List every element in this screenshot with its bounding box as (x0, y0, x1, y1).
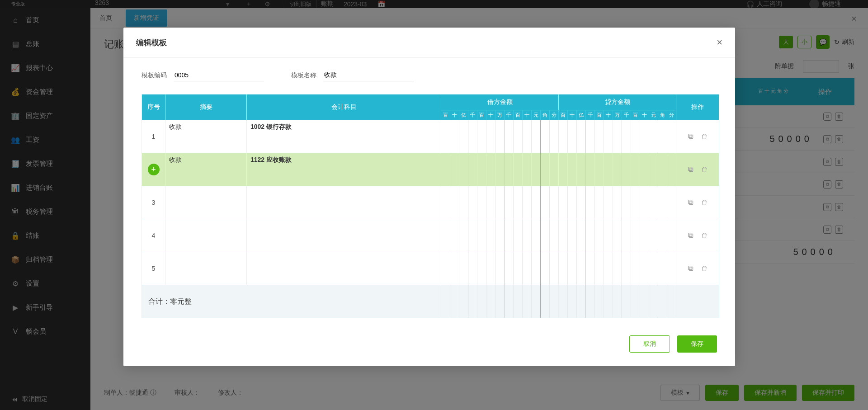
unit-header: 分 (550, 110, 559, 120)
subject-cell[interactable] (247, 219, 441, 252)
unit-header: 分 (667, 110, 676, 120)
amount-cell[interactable] (441, 186, 559, 219)
unit-header: 千 (505, 110, 514, 120)
unit-header: 十 (523, 110, 532, 120)
template-table: 序号 摘要 会计科目 借方金额 贷方金额 操作 百十亿千百十万千百十元角分百十亿… (142, 94, 719, 318)
unit-header: 百 (595, 110, 604, 120)
template-row: 3 (142, 186, 719, 219)
unit-header: 百 (631, 110, 640, 120)
seq-cell: + (142, 153, 165, 186)
unit-header: 十 (486, 110, 495, 120)
th-debit: 借方金额 (441, 94, 559, 110)
modal-header: 编辑模板 × (123, 28, 735, 58)
amount-cell[interactable] (441, 153, 559, 186)
template-row: +收款1122 应收账款 (142, 153, 719, 186)
copy-row-icon[interactable] (687, 264, 695, 273)
unit-header: 角 (541, 110, 550, 120)
unit-header: 千 (468, 110, 477, 120)
template-code-field: 模板编码 (142, 69, 264, 81)
name-label: 模板名称 (291, 71, 316, 80)
unit-header: 千 (586, 110, 595, 120)
amount-cell[interactable] (441, 120, 559, 153)
copy-row-icon[interactable] (687, 132, 695, 141)
op-cell (676, 219, 719, 252)
edit-template-modal: 编辑模板 × 模板编码 模板名称 序号 摘要 会计科目 借方金额 贷方金额 (123, 28, 735, 366)
subject-cell[interactable] (247, 252, 441, 285)
amount-cell[interactable] (441, 219, 559, 252)
name-input[interactable] (323, 69, 414, 81)
delete-row-icon[interactable] (700, 165, 708, 174)
total-label: 合计：零元整 (142, 285, 441, 318)
delete-row-icon[interactable] (700, 132, 708, 141)
amount-cell[interactable] (441, 285, 559, 318)
unit-header: 角 (658, 110, 667, 120)
unit-header: 十 (604, 110, 613, 120)
amount-cell[interactable] (559, 252, 676, 285)
unit-header: 万 (613, 110, 622, 120)
unit-header: 百 (441, 110, 450, 120)
unit-header: 十 (640, 110, 649, 120)
save-button[interactable]: 保存 (677, 335, 717, 353)
op-cell (676, 252, 719, 285)
unit-header: 十 (450, 110, 459, 120)
unit-header: 万 (495, 110, 505, 120)
th-subject: 会计科目 (247, 94, 441, 120)
copy-row-icon[interactable] (687, 198, 695, 207)
modal-body: 模板编码 模板名称 序号 摘要 会计科目 借方金额 贷方金额 操作 百十亿千百十… (123, 58, 735, 327)
op-cell (676, 186, 719, 219)
summary-cell[interactable] (165, 252, 247, 285)
cancel-button[interactable]: 取消 (629, 335, 670, 353)
code-label: 模板编码 (142, 71, 167, 80)
th-summary: 摘要 (165, 94, 247, 120)
modal-footer: 取消 保存 (123, 327, 735, 366)
seq-cell: 4 (142, 219, 165, 252)
add-row-button[interactable]: + (148, 164, 160, 175)
template-name-field: 模板名称 (291, 69, 414, 81)
subject-cell[interactable]: 1002 银行存款 (247, 120, 441, 153)
amount-cell[interactable] (559, 120, 676, 153)
unit-header: 百 (514, 110, 523, 120)
delete-row-icon[interactable] (700, 264, 708, 273)
delete-row-icon[interactable] (700, 231, 708, 240)
code-input[interactable] (174, 69, 264, 81)
subject-cell[interactable] (247, 186, 441, 219)
template-row: 5 (142, 252, 719, 285)
summary-cell[interactable]: 收款 (165, 120, 247, 153)
summary-cell[interactable] (165, 186, 247, 219)
seq-cell: 3 (142, 186, 165, 219)
summary-cell[interactable]: 收款 (165, 153, 247, 186)
th-credit: 贷方金额 (559, 94, 676, 110)
amount-cell[interactable] (559, 219, 676, 252)
total-row: 合计：零元整 (142, 285, 719, 318)
seq-cell: 1 (142, 120, 165, 153)
summary-cell[interactable] (165, 219, 247, 252)
th-op: 操作 (676, 94, 719, 120)
modal-title: 编辑模板 (136, 38, 167, 48)
unit-header: 亿 (459, 110, 468, 120)
unit-header: 元 (532, 110, 541, 120)
amount-cell[interactable] (441, 252, 559, 285)
form-row: 模板编码 模板名称 (142, 69, 717, 81)
subject-cell[interactable]: 1122 应收账款 (247, 153, 441, 186)
template-row: 1收款1002 银行存款 (142, 120, 719, 153)
th-seq: 序号 (142, 94, 165, 120)
amount-cell[interactable] (559, 153, 676, 186)
unit-header: 十 (568, 110, 577, 120)
op-cell (676, 120, 719, 153)
amount-cell[interactable] (559, 186, 676, 219)
unit-header: 百 (559, 110, 568, 120)
unit-header: 元 (649, 110, 658, 120)
template-row: 4 (142, 219, 719, 252)
amount-cell[interactable] (559, 285, 676, 318)
close-icon[interactable]: × (717, 37, 722, 48)
unit-header: 百 (477, 110, 486, 120)
seq-cell: 5 (142, 252, 165, 285)
copy-row-icon[interactable] (687, 165, 695, 174)
unit-header: 亿 (577, 110, 586, 120)
unit-header: 千 (622, 110, 631, 120)
op-cell (676, 153, 719, 186)
delete-row-icon[interactable] (700, 198, 708, 207)
copy-row-icon[interactable] (687, 231, 695, 240)
